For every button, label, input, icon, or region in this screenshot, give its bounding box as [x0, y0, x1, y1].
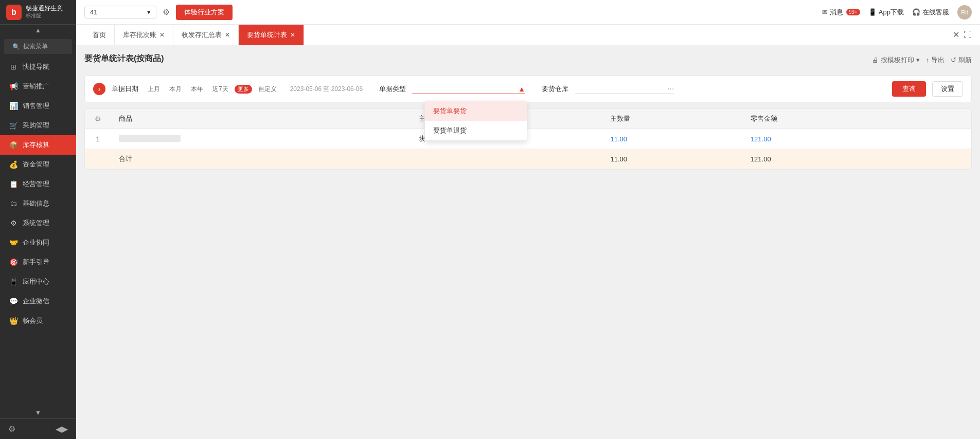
print-btn[interactable]: 🖨 按模板打印 ▾ — [872, 56, 920, 65]
sidebar-item-apps[interactable]: 📱 应用中心 — [0, 272, 76, 291]
sidebar-item-marketing[interactable]: 📢 营销推广 — [0, 77, 76, 96]
data-table: ⚙ 商品 主计量单位 主数量 零售金额 1 — [85, 109, 971, 169]
col-quantity: 主数量 — [602, 109, 742, 129]
tabbar-right: ✕ ⛶ — [953, 30, 972, 40]
sidebar-search[interactable]: 🔍 搜索菜单 — [4, 39, 72, 54]
sidebar-item-sales[interactable]: 📊 销售管理 — [0, 96, 76, 116]
trial-btn[interactable]: 体验行业方案 — [176, 5, 233, 20]
online-service-btn[interactable]: 🎧 在线客服 — [912, 8, 949, 17]
date-btn-custom[interactable]: 自定义 — [255, 84, 280, 95]
user-avatar[interactable]: Rit — [957, 5, 972, 20]
tab-close-all-icon[interactable]: ✕ — [953, 30, 959, 40]
sidebar-bottom: ⚙ ◀▶ — [0, 418, 76, 439]
sidebar-item-members[interactable]: 👑 畅会员 — [0, 311, 76, 331]
sidebar-item-system[interactable]: ⚙ 系统管理 — [0, 213, 76, 233]
col-settings[interactable]: ⚙ — [85, 109, 111, 129]
search-icon: 🔍 — [12, 43, 20, 50]
headset-icon: 🎧 — [912, 8, 920, 16]
total-empty-1 — [85, 149, 111, 169]
enterprise-icon: 🤝 — [8, 239, 19, 247]
tab-receive-summary[interactable]: 收发存汇总表 ✕ — [173, 25, 239, 45]
tab-order-stats[interactable]: 要货单统计表 ✕ — [239, 25, 304, 45]
warehouse-input[interactable] — [575, 84, 665, 94]
date-btn-last-month[interactable]: 上月 — [145, 84, 163, 95]
apps-icon: 📱 — [8, 278, 19, 286]
type-dropdown-arrow-icon[interactable]: ▲ — [518, 85, 525, 93]
sidebar-scroll-down[interactable]: ▼ — [0, 407, 76, 418]
finance-icon: 💰 — [8, 160, 19, 169]
row-product — [111, 129, 411, 149]
toolbar: 🖨 按模板打印 ▾ ↑ 导出 ↺ 刷新 — [872, 56, 972, 65]
date-range-display: 2023-05-06 至 2023-06-06 — [290, 85, 363, 94]
dropdown-item-order-goods[interactable]: 要货单要货 — [425, 101, 527, 121]
sidebar-item-label: 系统管理 — [23, 218, 49, 228]
sidebar-item-finance[interactable]: 💰 资金管理 — [0, 155, 76, 174]
col-amount: 零售金额 — [742, 109, 908, 129]
sidebar-item-label: 快捷导航 — [23, 62, 49, 71]
sidebar-search-label: 搜索菜单 — [23, 42, 48, 51]
inventory-icon: 📦 — [8, 141, 19, 149]
date-label: 单据日期 — [112, 84, 138, 94]
sidebar-item-label: 销售管理 — [23, 101, 49, 111]
data-table-container: ⚙ 商品 主计量单位 主数量 零售金额 1 — [84, 108, 972, 170]
date-quick-btns: 上月 本月 本年 近7天 更多 自定义 — [145, 84, 280, 95]
topbar-gear-icon[interactable]: ⚙ — [163, 7, 170, 17]
sidebar-item-purchase[interactable]: 🛒 采购管理 — [0, 116, 76, 135]
selector-chevron-icon: ▾ — [147, 8, 151, 16]
sidebar-item-inventory[interactable]: 📦 库存核算 — [0, 135, 76, 155]
date-btn-recent-7[interactable]: 近7天 — [209, 84, 231, 95]
date-btn-this-year[interactable]: 本年 — [188, 84, 206, 95]
dropdown-item-order-return[interactable]: 要货单退货 — [425, 121, 527, 140]
date-btn-this-month[interactable]: 本月 — [166, 84, 185, 95]
type-input[interactable] — [412, 84, 518, 94]
date-btn-more[interactable]: 更多 — [235, 85, 252, 94]
basic-icon: 🗂 — [8, 199, 19, 208]
messages-btn[interactable]: ✉ 消息 99+ — [822, 8, 860, 17]
online-service-label: 在线客服 — [922, 8, 949, 17]
sidebar-item-quick-nav[interactable]: ⊞ 快捷导航 — [0, 57, 76, 77]
sidebar-scroll-up[interactable]: ▲ — [0, 25, 76, 36]
sidebar-item-label: 营销推广 — [23, 82, 49, 91]
tab-inventory-batch-label: 库存批次账 — [123, 30, 156, 40]
filter-expand-btn[interactable]: › — [93, 83, 105, 95]
row-num: 1 — [85, 129, 111, 149]
row-quantity[interactable]: 11.00 — [602, 129, 742, 149]
export-icon: ↑ — [926, 56, 930, 64]
print-chevron-icon: ▾ — [916, 56, 920, 64]
export-btn[interactable]: ↑ 导出 — [926, 56, 945, 65]
settings-btn[interactable]: 设置 — [932, 81, 963, 97]
total-row: 合计 11.00 121.00 — [85, 149, 971, 169]
sidebar-item-label: 畅会员 — [23, 316, 43, 325]
wechat-icon: 💬 — [8, 297, 19, 305]
topbar: 41 ▾ ⚙ 体验行业方案 ✉ 消息 99+ 📱 App下载 🎧 在线客服 Ri… — [76, 0, 980, 25]
app-download-btn[interactable]: 📱 App下载 — [868, 8, 904, 17]
sidebar-logo: b 畅捷通好生意 标准版 — [0, 0, 76, 25]
settings-bottom-icon[interactable]: ⚙ — [8, 424, 15, 434]
tab-inventory-batch-close-icon[interactable]: ✕ — [159, 31, 165, 39]
tab-receive-summary-close-icon[interactable]: ✕ — [225, 31, 230, 39]
sidebar: b 畅捷通好生意 标准版 ▲ 🔍 搜索菜单 ⊞ 快捷导航 📢 营销推广 📊 销售… — [0, 0, 76, 439]
system-icon: ⚙ — [8, 219, 19, 227]
tab-home[interactable]: 首页 — [84, 25, 115, 45]
tab-order-stats-close-icon[interactable]: ✕ — [290, 31, 295, 39]
company-selector[interactable]: 41 ▾ — [84, 6, 156, 19]
row-amount[interactable]: 121.00 — [742, 129, 908, 149]
col-settings-icon[interactable]: ⚙ — [95, 115, 101, 123]
refresh-btn[interactable]: ↺ 刷新 — [951, 56, 972, 65]
collapse-icon[interactable]: ◀▶ — [56, 424, 68, 434]
warehouse-more-icon[interactable]: ··· — [667, 84, 674, 94]
filter-bar: › 单据日期 上月 本月 本年 近7天 更多 自定义 2023-05-06 至 … — [84, 76, 972, 102]
logo-sub: 标准版 — [26, 12, 63, 20]
sidebar-item-label: 应用中心 — [23, 277, 49, 286]
tab-inventory-batch[interactable]: 库存批次账 ✕ — [115, 25, 173, 45]
query-btn[interactable]: 查询 — [892, 81, 926, 97]
sidebar-item-operations[interactable]: 📋 经营管理 — [0, 174, 76, 194]
sidebar-item-label: 库存核算 — [23, 140, 49, 150]
sidebar-item-label: 新手引导 — [23, 258, 49, 267]
sidebar-item-label: 资金管理 — [23, 160, 49, 169]
sidebar-item-guide[interactable]: 🎯 新手引导 — [0, 252, 76, 272]
tab-expand-icon[interactable]: ⛶ — [964, 30, 972, 40]
sidebar-item-enterprise[interactable]: 🤝 企业协同 — [0, 233, 76, 252]
sidebar-item-basic[interactable]: 🗂 基础信息 — [0, 194, 76, 213]
sidebar-item-wechat[interactable]: 💬 企业微信 — [0, 291, 76, 311]
